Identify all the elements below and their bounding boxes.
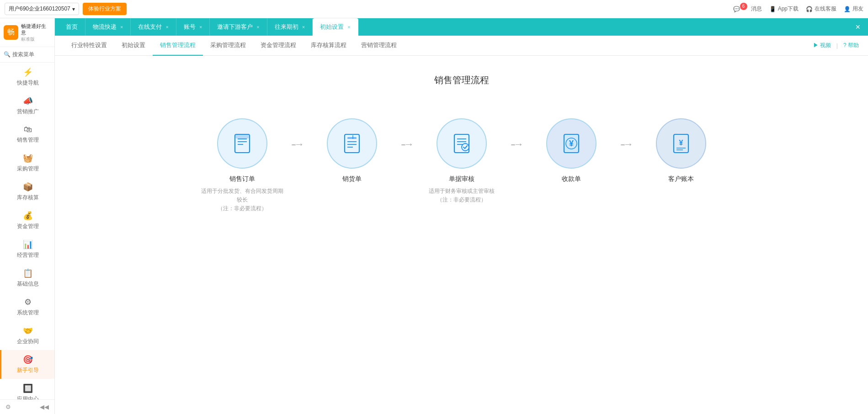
sub-tab-purchase-flow[interactable]: 采购管理流程 [203, 36, 253, 56]
sidebar-item-label: 企业协同 [17, 338, 39, 345]
svg-point-14 [462, 143, 469, 151]
page-title: 销售管理流程 [64, 74, 859, 86]
appcenter-icon: 🔲 [23, 383, 33, 393]
nav-tab-period[interactable]: 往来期初 × [267, 18, 313, 36]
sidebar-item-finance[interactable]: 💰 资金管理 [0, 206, 54, 235]
svg-rect-4 [235, 135, 249, 138]
service-group[interactable]: 🎧 在线客服 [806, 5, 836, 13]
nav-tab-label: 在线支付 [138, 23, 162, 31]
sub-tab-finance-flow[interactable]: 资金管理流程 [253, 36, 304, 56]
sidebar-item-newguide[interactable]: 🎯 新手引导 [0, 350, 54, 379]
svg-text:¥: ¥ [569, 139, 573, 148]
flow-arrow-2: --→ [393, 118, 421, 150]
flow-arrow-4: --→ [612, 118, 640, 150]
marketing-icon: 📣 [23, 96, 33, 106]
sub-tab-init[interactable]: 初始设置 [114, 36, 153, 56]
nav-tab-invite[interactable]: 邀请下游客户 × [210, 18, 267, 36]
nav-tab-account[interactable]: 账号 × [176, 18, 210, 36]
sidebar-item-label: 系统管理 [17, 309, 39, 317]
sub-tab-sales-flow[interactable]: 销售管理流程 [153, 36, 203, 56]
flow-circle-delivery [327, 118, 377, 169]
sidebar-item-label: 经营管理 [17, 251, 39, 259]
video-link[interactable]: ▶ 视频 [813, 42, 831, 49]
top-bar: 用户690企业1660120507 ▾ 体验行业方案 💬 6 消息 📱 App下… [0, 0, 868, 18]
sidebar-item-inventory[interactable]: 📦 库存核算 [0, 177, 54, 206]
system-icon: ⚙ [24, 297, 32, 307]
sidebar-collapse-icon[interactable]: ◀◀ [40, 403, 49, 410]
sidebar-item-system[interactable]: ⚙ 系统管理 [0, 292, 54, 321]
collab-icon: 🤝 [23, 326, 33, 336]
sidebar-item-label: 基础信息 [17, 280, 39, 288]
flow-circle-sales-order [217, 118, 267, 169]
top-bar-right: 💬 6 消息 📱 App下载 🎧 在线客服 👤 用友 [733, 5, 863, 13]
app-label: App下载 [778, 5, 799, 13]
logo-text: 畅捷通好生意 标准版 [21, 23, 51, 42]
sidebar: 畅 畅捷通好生意 标准版 🔍 搜索菜单 ⚡ 快捷导航 📣 营销推广 🛍 销售管理 [0, 18, 55, 414]
sidebar-item-sales[interactable]: 🛍 销售管理 [0, 120, 54, 149]
nav-tab-init[interactable]: 初始设置 × [313, 18, 358, 36]
app-icon: 📱 [769, 6, 776, 12]
nav-tab-home[interactable]: 首页 [59, 18, 85, 36]
sidebar-item-purchase[interactable]: 🧺 采购管理 [0, 149, 54, 177]
top-bar-left: 用户690企业1660120507 ▾ 体验行业方案 [0, 3, 127, 15]
flow-step-sales-order: 销售订单 适用于分批发货、有合同发货周期较长（注：非必要流程） [201, 118, 283, 213]
flow-label-delivery: 销货单 [342, 175, 362, 183]
sidebar-settings-icon[interactable]: ⚙ [5, 403, 11, 410]
username-label: 用友 [852, 5, 863, 13]
nav-tabs: 首页 物流快递 × 在线支付 × 账号 × 邀请下游客户 × 往来期初 × [55, 18, 868, 36]
help-label: 帮助 [848, 42, 859, 48]
dropdown-icon: ▾ [72, 6, 75, 12]
sidebar-item-label: 营销推广 [17, 108, 39, 116]
search-label: 搜索菜单 [12, 51, 34, 58]
flow-diagram: 销售订单 适用于分批发货、有合同发货周期较长（注：非必要流程） --→ [64, 109, 859, 223]
page-content: 销售管理流程 销售订单 适用于分批发货、有合同发货周期较长（ [55, 56, 868, 414]
nav-tab-label: 账号 [184, 23, 196, 31]
sub-tab-label: 行业特性设置 [71, 41, 107, 49]
sidebar-item-quick-nav[interactable]: ⚡ 快捷导航 [0, 63, 54, 91]
flow-step-audit: 单据审核 适用于财务审核或主管审核（注：非必要流程） [421, 118, 503, 204]
sidebar-item-basic[interactable]: 📋 基础信息 [0, 264, 54, 292]
sidebar-item-collab[interactable]: 🤝 企业协同 [0, 321, 54, 350]
service-icon: 🎧 [806, 6, 813, 12]
close-icon[interactable]: × [120, 24, 123, 30]
logo-sub: 标准版 [21, 36, 51, 42]
sub-tab-label: 初始设置 [122, 41, 145, 49]
flow-circle-receipt: ¥ [546, 118, 596, 169]
close-icon[interactable]: × [302, 24, 305, 30]
sub-tab-inventory-flow[interactable]: 库存核算流程 [304, 36, 354, 56]
flow-step-delivery: 销货单 [311, 118, 393, 187]
flow-step-receipt: ¥ 收款单 [530, 118, 612, 187]
close-icon[interactable]: × [347, 24, 350, 30]
sub-tab-label: 采购管理流程 [210, 41, 246, 49]
purchase-icon: 🧺 [23, 153, 33, 163]
operations-icon: 📊 [23, 239, 33, 249]
sidebar-item-operations[interactable]: 📊 经营管理 [0, 235, 54, 264]
trial-button[interactable]: 体验行业方案 [83, 3, 127, 15]
user-group[interactable]: 👤 用友 [844, 5, 863, 13]
close-icon[interactable]: × [199, 24, 202, 30]
help-link[interactable]: ? 帮助 [843, 42, 859, 49]
flow-circle-account: ¥ [656, 118, 706, 169]
message-group[interactable]: 💬 6 消息 [733, 5, 762, 13]
sidebar-item-marketing[interactable]: 📣 营销推广 [0, 91, 54, 120]
sidebar-search[interactable]: 🔍 搜索菜单 [0, 47, 54, 63]
nav-tab-payment[interactable]: 在线支付 × [131, 18, 176, 36]
nav-close-all[interactable]: ✕ [852, 23, 864, 31]
flow-label-receipt: 收款单 [562, 175, 581, 183]
sub-tab-label: 库存核算流程 [311, 41, 346, 49]
nav-tab-logistics[interactable]: 物流快递 × [85, 18, 131, 36]
flow-step-account: ¥ 客户账本 [640, 118, 722, 187]
sidebar-item-appcenter[interactable]: 🔲 应用中心 [0, 379, 54, 399]
flow-circle-audit [437, 118, 487, 169]
sub-tab-marketing-flow[interactable]: 营销管理流程 [354, 36, 404, 56]
sub-tab-industry[interactable]: 行业特性设置 [64, 36, 114, 56]
sidebar-footer: ⚙ ◀◀ [0, 399, 54, 414]
message-badge: 6 [740, 3, 747, 10]
app-download-group[interactable]: 📱 App下载 [769, 5, 799, 13]
flow-desc-audit: 适用于财务审核或主管审核（注：非必要流程） [429, 187, 495, 204]
flow-label-account: 客户账本 [668, 175, 694, 183]
user-selector[interactable]: 用户690企业1660120507 ▾ [5, 3, 79, 15]
newguide-icon: 🎯 [23, 355, 33, 365]
close-icon[interactable]: × [165, 24, 168, 30]
close-icon[interactable]: × [256, 24, 259, 30]
